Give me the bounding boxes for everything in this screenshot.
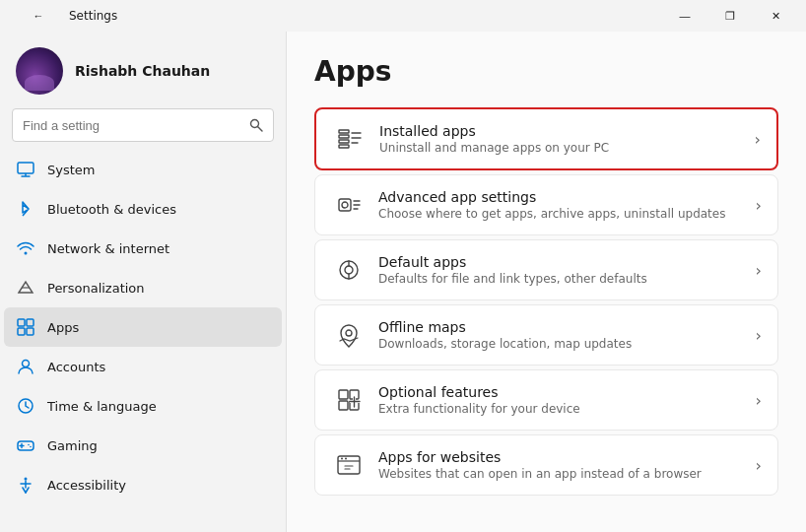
system-icon xyxy=(16,160,35,179)
user-section: Rishabh Chauhan xyxy=(0,32,286,108)
bluetooth-icon xyxy=(16,199,35,219)
svg-rect-9 xyxy=(18,328,25,335)
search-input[interactable] xyxy=(23,118,249,133)
nav-list: System Bluetooth & devices xyxy=(0,150,286,524)
sidebar-item-label: Personalization xyxy=(47,281,145,296)
settings-item-installed-apps[interactable]: Installed apps Uninstall and manage apps… xyxy=(314,107,778,170)
chevron-right-icon: › xyxy=(756,261,762,280)
sidebar-item-time[interactable]: Time & language xyxy=(4,386,282,426)
sidebar-item-label: Time & language xyxy=(47,399,157,414)
time-icon xyxy=(16,396,35,416)
svg-point-30 xyxy=(342,202,348,208)
sidebar-item-apps[interactable]: Apps xyxy=(4,307,282,347)
advanced-text: Advanced app settings Choose where to ge… xyxy=(378,189,748,221)
minimize-button[interactable]: — xyxy=(662,0,707,32)
sidebar: Rishabh Chauhan xyxy=(0,32,286,532)
apps-websites-title: Apps for websites xyxy=(378,449,748,465)
chevron-right-icon: › xyxy=(756,391,762,410)
avatar-image xyxy=(16,47,63,95)
settings-item-apps-websites[interactable]: Apps for websites Websites that can open… xyxy=(314,434,778,496)
settings-item-default-apps[interactable]: Default apps Defaults for file and link … xyxy=(314,239,778,300)
optional-title: Optional features xyxy=(378,384,748,400)
sidebar-item-label: Accounts xyxy=(47,360,105,374)
sidebar-item-accessibility[interactable]: Accessibility xyxy=(4,465,282,504)
chevron-right-icon: › xyxy=(756,326,762,345)
sidebar-item-label: Accessibility xyxy=(47,478,126,493)
installed-apps-icon xyxy=(332,121,368,157)
settings-item-optional[interactable]: Optional features Extra functionality fo… xyxy=(314,369,778,431)
search-box[interactable] xyxy=(12,108,274,142)
user-name: Rishabh Chauhan xyxy=(75,63,210,79)
accessibility-icon xyxy=(16,475,35,495)
default-apps-icon xyxy=(331,252,367,288)
optional-desc: Extra functionality for your device xyxy=(378,402,748,416)
app-body: Rishabh Chauhan xyxy=(0,32,806,532)
page-title: Apps xyxy=(314,55,778,88)
optional-features-icon xyxy=(331,382,367,418)
svg-rect-42 xyxy=(339,401,348,410)
offline-maps-text: Offline maps Downloads, storage location… xyxy=(378,319,748,351)
svg-rect-2 xyxy=(18,163,34,173)
chevron-right-icon: › xyxy=(755,130,761,149)
apps-websites-text: Apps for websites Websites that can open… xyxy=(378,449,748,481)
svg-rect-31 xyxy=(339,199,351,211)
maximize-button[interactable]: ❐ xyxy=(707,0,753,32)
network-icon xyxy=(16,238,35,258)
svg-rect-26 xyxy=(339,145,349,148)
apps-websites-desc: Websites that can open in an app instead… xyxy=(378,467,748,481)
back-button[interactable]: ← xyxy=(16,0,61,32)
svg-rect-7 xyxy=(18,319,25,326)
svg-point-17 xyxy=(30,446,32,448)
apps-icon xyxy=(16,317,35,337)
advanced-title: Advanced app settings xyxy=(378,189,748,205)
apps-websites-icon xyxy=(331,447,367,483)
svg-point-39 xyxy=(346,330,352,336)
sidebar-item-system[interactable]: System xyxy=(4,150,282,189)
sidebar-item-label: Gaming xyxy=(47,438,98,453)
gaming-icon xyxy=(16,435,35,455)
svg-line-22 xyxy=(26,488,29,493)
avatar xyxy=(16,47,63,95)
offline-maps-title: Offline maps xyxy=(378,319,748,335)
default-apps-title: Default apps xyxy=(378,254,748,270)
chevron-right-icon: › xyxy=(756,456,762,475)
svg-point-5 xyxy=(25,252,28,255)
window-title: Settings xyxy=(69,9,117,23)
svg-line-21 xyxy=(23,488,26,493)
installed-apps-desc: Uninstall and manage apps on your PC xyxy=(379,141,747,155)
sidebar-item-gaming[interactable]: Gaming xyxy=(4,426,282,465)
offline-maps-desc: Downloads, storage location, map updates xyxy=(378,337,748,351)
title-bar: ← Settings — ❐ ✕ xyxy=(0,0,806,32)
window-controls: — ❐ ✕ xyxy=(662,0,798,32)
main-content: Apps Installed apps xyxy=(286,32,806,532)
advanced-settings-icon xyxy=(331,187,367,223)
default-apps-text: Default apps Defaults for file and link … xyxy=(378,254,748,286)
optional-text: Optional features Extra functionality fo… xyxy=(378,384,748,416)
svg-point-0 xyxy=(251,120,259,128)
svg-line-1 xyxy=(258,127,262,131)
settings-item-offline-maps[interactable]: Offline maps Downloads, storage location… xyxy=(314,304,778,366)
svg-rect-8 xyxy=(27,319,34,326)
personalization-icon xyxy=(16,278,35,298)
sidebar-item-accounts[interactable]: Accounts xyxy=(4,347,282,386)
sidebar-item-label: Apps xyxy=(47,320,79,335)
svg-point-11 xyxy=(23,361,30,367)
advanced-desc: Choose where to get apps, archive apps, … xyxy=(378,207,748,221)
sidebar-item-network[interactable]: Network & internet xyxy=(4,229,282,268)
svg-rect-24 xyxy=(339,135,349,138)
close-button[interactable]: ✕ xyxy=(753,0,798,32)
chevron-right-icon: › xyxy=(756,196,762,215)
settings-list: Installed apps Uninstall and manage apps… xyxy=(314,107,778,496)
sidebar-item-label: Network & internet xyxy=(47,241,169,256)
svg-point-16 xyxy=(28,444,30,446)
offline-maps-icon xyxy=(331,317,367,353)
default-apps-desc: Defaults for file and link types, other … xyxy=(378,272,748,286)
sidebar-item-bluetooth[interactable]: Bluetooth & devices xyxy=(4,189,282,229)
svg-rect-40 xyxy=(339,390,348,399)
svg-point-50 xyxy=(341,458,343,460)
search-icon xyxy=(249,118,263,132)
svg-rect-25 xyxy=(339,140,349,143)
svg-rect-23 xyxy=(339,130,349,133)
settings-item-advanced[interactable]: Advanced app settings Choose where to ge… xyxy=(314,174,778,235)
sidebar-item-personalization[interactable]: Personalization xyxy=(4,268,282,307)
